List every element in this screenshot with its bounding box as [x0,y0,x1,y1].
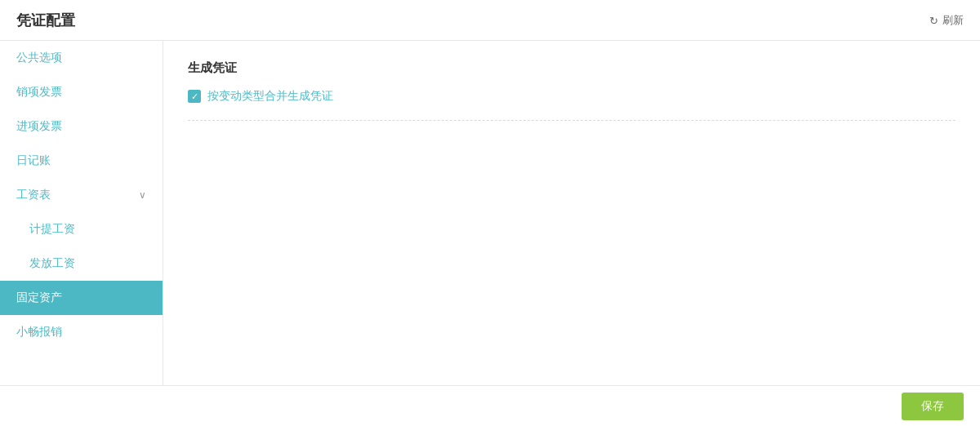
refresh-icon: ↻ [928,15,939,26]
sidebar-item-sales-invoice[interactable]: 销项发票 [0,75,163,109]
content-area: 生成凭证 按变动类型合并生成凭证 [163,41,980,385]
page-title: 凭证配置 [16,11,75,30]
app-container: 凭证配置 ↻ 刷新 公共选项 销项发票 进项发票 日记账 工资表 ∨ [0,0,980,426]
sidebar-item-payroll-commission[interactable]: 计提工资 [0,212,163,246]
sidebar-item-label: 小畅报销 [16,325,62,339]
sidebar-item-label: 计提工资 [29,222,75,237]
sidebar-item-label: 工资表 [16,188,51,202]
sidebar-item-journal[interactable]: 日记账 [0,144,163,178]
chevron-down-icon: ∨ [139,189,146,201]
refresh-button[interactable]: ↻ 刷新 [928,13,964,28]
sidebar-item-label: 销项发票 [16,85,62,100]
checkbox-row: 按变动类型合并生成凭证 [188,89,956,104]
page-footer: 保存 [0,385,980,426]
sidebar-item-payroll-distribute[interactable]: 发放工资 [0,246,163,281]
sidebar-item-fixed-assets[interactable]: 固定资产 [0,281,163,315]
main-body: 公共选项 销项发票 进项发票 日记账 工资表 ∨ 计提工资 发放工资 固定资 [0,41,980,385]
merge-by-type-checkbox[interactable] [188,90,201,103]
section-title: 生成凭证 [188,60,956,76]
sidebar-item-label: 发放工资 [29,256,75,271]
sidebar-item-label: 公共选项 [16,51,62,65]
page-header: 凭证配置 ↻ 刷新 [0,0,980,41]
refresh-label: 刷新 [942,13,964,28]
sidebar: 公共选项 销项发票 进项发票 日记账 工资表 ∨ 计提工资 发放工资 固定资 [0,41,163,385]
sidebar-item-label: 进项发票 [16,119,62,134]
save-button[interactable]: 保存 [902,393,964,420]
sidebar-item-public-options[interactable]: 公共选项 [0,41,163,75]
sidebar-item-label: 日记账 [16,153,51,168]
sidebar-item-purchase-invoice[interactable]: 进项发票 [0,109,163,144]
sidebar-item-payroll-table[interactable]: 工资表 ∨ [0,178,163,212]
checkbox-label: 按变动类型合并生成凭证 [207,89,333,104]
section-divider [188,120,956,121]
sidebar-item-expense-report[interactable]: 小畅报销 [0,315,163,349]
sidebar-item-label: 固定资产 [16,291,62,305]
